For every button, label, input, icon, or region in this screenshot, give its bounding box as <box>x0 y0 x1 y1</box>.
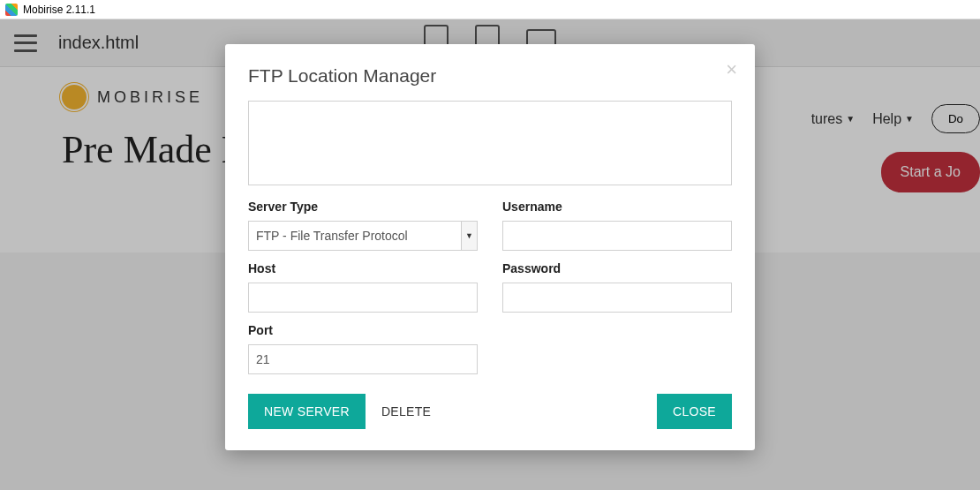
window-title: Mobirise 2.11.1 <box>23 4 95 16</box>
delete-button[interactable]: DELETE <box>381 404 431 418</box>
close-button[interactable]: CLOSE <box>657 394 732 429</box>
password-input[interactable] <box>502 283 732 313</box>
password-field: Password <box>502 261 732 313</box>
new-server-button[interactable]: NEW SERVER <box>248 394 366 429</box>
server-type-label: Server Type <box>248 200 478 214</box>
modal-title: FTP Location Manager <box>248 65 732 87</box>
host-field: Host <box>248 261 478 313</box>
port-field: Port <box>248 323 478 374</box>
server-type-select[interactable]: FTP - File Transfer Protocol <box>248 221 478 251</box>
server-type-field: Server Type FTP - File Transfer Protocol… <box>248 200 478 251</box>
username-input[interactable] <box>502 221 732 251</box>
window-titlebar: Mobirise 2.11.1 <box>0 0 980 19</box>
server-list[interactable] <box>248 101 732 185</box>
footer-left: NEW SERVER DELETE <box>248 394 431 429</box>
close-icon[interactable]: × <box>726 58 737 81</box>
form-grid: Server Type FTP - File Transfer Protocol… <box>248 200 732 374</box>
app-icon <box>5 4 18 16</box>
host-label: Host <box>248 261 478 275</box>
username-label: Username <box>502 200 732 214</box>
port-label: Port <box>248 323 478 337</box>
port-input[interactable] <box>248 344 478 374</box>
modal-footer: NEW SERVER DELETE CLOSE <box>248 394 732 429</box>
password-label: Password <box>502 261 732 275</box>
chevron-down-icon: ▼ <box>461 222 477 250</box>
host-input[interactable] <box>248 283 478 313</box>
ftp-location-manager-modal: FTP Location Manager × Server Type FTP -… <box>225 44 755 450</box>
username-field: Username <box>502 200 732 251</box>
